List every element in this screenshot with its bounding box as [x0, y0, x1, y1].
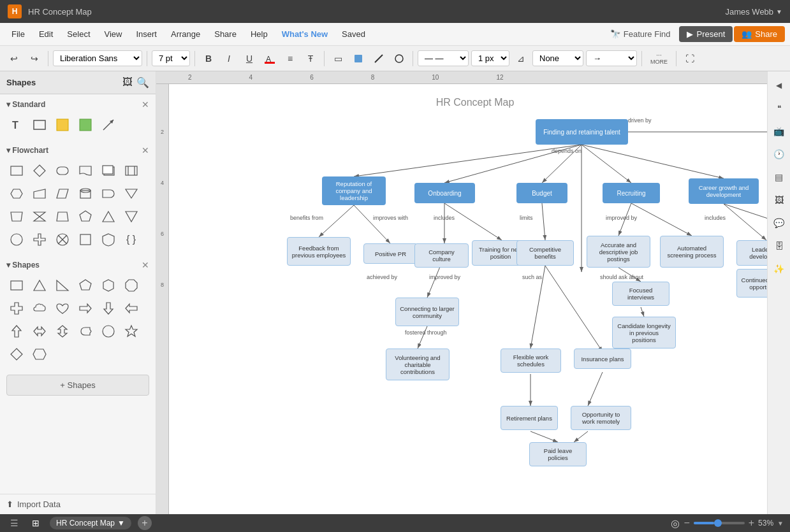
menu-insert[interactable]: Insert — [129, 27, 163, 41]
fc-trapezoid[interactable] — [52, 206, 73, 227]
zoom-dropdown-icon[interactable]: ▼ — [777, 520, 784, 527]
node-candidate-longevity[interactable]: Candidate longevity in previous position… — [612, 317, 676, 349]
node-onboarding[interactable]: Onboarding — [414, 183, 475, 203]
shape-text[interactable]: T — [6, 115, 27, 135]
zoom-in-btn[interactable]: + — [749, 517, 754, 529]
fc-extract[interactable] — [121, 183, 142, 204]
shape-arrow[interactable] — [98, 115, 119, 135]
node-comp-benefits[interactable]: Competitive benefits — [516, 240, 574, 266]
node-retirement[interactable]: Retirement plans — [501, 406, 558, 430]
arrow-style-select[interactable]: → — [586, 50, 637, 66]
fill-button[interactable] — [349, 50, 367, 68]
flowchart-section-header[interactable]: ▾ Flowchart ✕ — [6, 145, 149, 155]
node-volunteering[interactable]: Volunteering and charitable contribution… — [386, 349, 450, 380]
shapes-section-header[interactable]: ▾ Shapes ✕ — [6, 260, 149, 270]
node-connecting[interactable]: Connecting to larger community — [395, 298, 459, 326]
node-reputation[interactable]: Reputation of company and leadership — [322, 176, 386, 205]
sh-down-arrow[interactable] — [98, 298, 119, 319]
share-button[interactable]: 👥 Share — [734, 26, 785, 42]
sh-rect[interactable] — [6, 275, 27, 296]
node-remote-work[interactable]: Opportunity to work remotely — [571, 406, 631, 430]
node-continued-learning[interactable]: Continued learning opportunities — [736, 269, 767, 298]
import-data-button[interactable]: ⬆ Import Data — [0, 494, 156, 514]
node-leadership-dev[interactable]: Leadership development — [736, 240, 767, 266]
sh-back-arrow[interactable] — [75, 321, 96, 341]
text-format-button[interactable]: Ŧ — [302, 50, 319, 68]
fc-collate[interactable] — [29, 206, 50, 227]
underline-button[interactable]: U — [240, 50, 258, 68]
add-tab-button[interactable]: + — [138, 516, 152, 530]
fc-delay[interactable] — [98, 183, 119, 204]
sh-diamond[interactable] — [6, 344, 27, 364]
line-color-button[interactable] — [370, 50, 388, 68]
font-size-select[interactable]: 7 pt — [152, 50, 190, 66]
menu-whats-new[interactable]: What's New — [275, 27, 334, 41]
shape-post-it[interactable] — [52, 115, 73, 135]
menu-saved[interactable]: Saved — [335, 27, 372, 41]
feature-find-button[interactable]: 🔭 Feature Find — [603, 26, 678, 42]
menu-arrange[interactable]: Arrange — [165, 27, 207, 41]
right-panel-magic-btn[interactable]: ✨ — [770, 260, 788, 278]
more-button[interactable]: ··· MORE — [647, 50, 671, 66]
node-recruiting[interactable]: Recruiting — [603, 183, 660, 203]
grid-view-btn[interactable]: ⊞ — [28, 515, 43, 531]
node-focused-interviews[interactable]: Focused interviews — [612, 282, 669, 306]
zoom-out-btn[interactable]: − — [684, 517, 689, 529]
shape-green-rect[interactable] — [75, 115, 96, 135]
present-button[interactable]: ▶ Present — [679, 26, 733, 42]
add-shapes-button[interactable]: + Shapes — [6, 375, 149, 396]
sh-hexagon2[interactable] — [29, 344, 50, 364]
fc-shield[interactable] — [98, 229, 119, 250]
node-insurance[interactable]: Insurance plans — [574, 349, 631, 369]
list-view-btn[interactable]: ☰ — [6, 515, 22, 531]
right-panel-db-btn[interactable]: 🗄 — [770, 237, 788, 255]
sh-up-arrow[interactable] — [6, 321, 27, 341]
fc-manual-op[interactable] — [6, 206, 27, 227]
node-finding-talent[interactable]: Finding and retaining talent — [536, 119, 628, 145]
fc-parallelogram[interactable] — [52, 183, 73, 204]
stroke-style-select[interactable]: — — ——— — [418, 50, 469, 66]
sh-cloud[interactable] — [29, 298, 50, 319]
stroke-width-select[interactable]: 1 px — [471, 50, 509, 66]
shape-button[interactable]: ▭ — [329, 50, 347, 68]
menu-file[interactable]: File — [5, 27, 31, 41]
sh-pentagon[interactable] — [75, 275, 96, 296]
sh-heart[interactable] — [52, 298, 73, 319]
sh-left-arrow[interactable] — [121, 298, 142, 319]
fc-inverted-triangle[interactable] — [121, 206, 142, 227]
node-career-growth[interactable]: Career growth and development — [689, 178, 759, 204]
sh-h-double-arrow[interactable] — [29, 321, 50, 341]
node-budget[interactable]: Budget — [516, 183, 567, 203]
menu-view[interactable]: View — [98, 27, 129, 41]
right-panel-clock-btn[interactable]: 🕐 — [770, 145, 788, 163]
right-panel-comment-btn[interactable]: 💬 — [770, 214, 788, 232]
canvas-content[interactable]: HR Concept Map — [169, 84, 767, 514]
right-panel-layers-btn[interactable]: ▤ — [770, 168, 788, 186]
right-panel-image-btn[interactable]: 🖼 — [770, 191, 788, 209]
zoom-slider[interactable] — [694, 522, 745, 524]
bold-button[interactable]: B — [200, 50, 217, 68]
shapes-close-btn[interactable]: ✕ — [142, 260, 149, 270]
fc-x-circle[interactable] — [52, 229, 73, 250]
right-panel-collapse-btn[interactable]: ◀ — [770, 76, 788, 94]
user-name[interactable]: James Webb — [725, 7, 782, 17]
node-paid-leave[interactable]: Paid leave policies — [529, 442, 587, 466]
font-color-button[interactable]: A — [261, 50, 279, 68]
sh-star[interactable] — [121, 321, 142, 341]
fullscreen-button[interactable]: ⛶ — [681, 50, 699, 68]
fc-doc[interactable] — [75, 161, 96, 181]
fc-multi-doc[interactable] — [98, 161, 119, 181]
fc-prep[interactable] — [6, 183, 27, 204]
redo-button[interactable]: ↪ — [26, 50, 43, 68]
canvas-area[interactable]: 2 4 6 8 10 12 2 4 6 8 HR Concept Map — [156, 71, 767, 514]
menu-share[interactable]: Share — [208, 27, 243, 41]
fc-decision[interactable] — [29, 161, 50, 181]
sh-octagon[interactable] — [121, 275, 142, 296]
fc-predefined[interactable] — [121, 161, 142, 181]
connection-style-select[interactable]: None — [532, 50, 583, 66]
standard-close-btn[interactable]: ✕ — [142, 99, 149, 110]
search-icon[interactable]: 🔍 — [136, 76, 149, 89]
edit-style-button[interactable] — [390, 50, 408, 68]
standard-section-header[interactable]: ▾ Standard ✕ — [6, 99, 149, 110]
sh-v-double-arrow[interactable] — [52, 321, 73, 341]
